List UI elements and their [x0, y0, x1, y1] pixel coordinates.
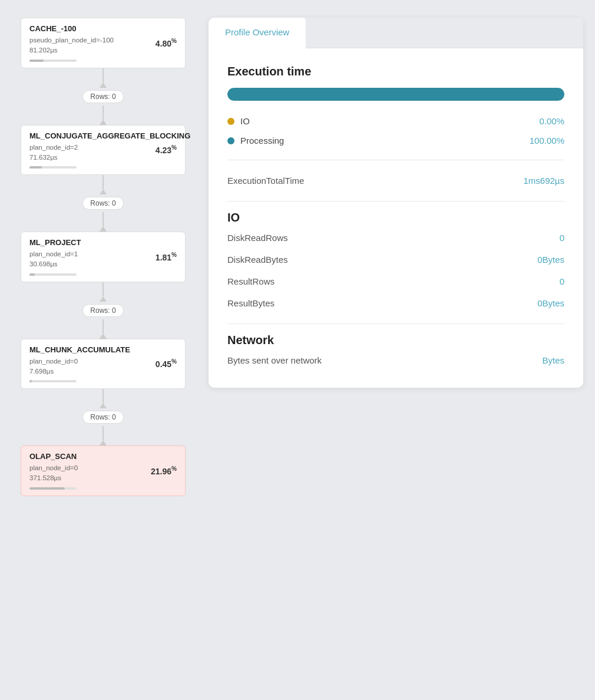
processing-value: 100.00%	[530, 136, 564, 146]
arrow-head	[100, 226, 107, 232]
result-rows-label: ResultRows	[227, 276, 275, 286]
node-olap-scan[interactable]: OLAP_SCAN plan_node_id=0 371.528µs 21.96…	[21, 445, 186, 496]
disk-read-rows-row: DiskReadRows 0	[227, 227, 564, 249]
io-value: 0.00%	[539, 116, 564, 126]
disk-read-rows-label: DiskReadRows	[227, 233, 288, 243]
bytes-sent-value: Bytes	[542, 355, 564, 365]
io-label: IO	[240, 116, 250, 126]
node-cache-bar	[29, 60, 77, 62]
execution-progress-fill	[227, 88, 564, 101]
io-label-group: IO	[227, 116, 250, 126]
disk-read-rows-value: 0	[560, 233, 564, 243]
rows-badge-2: Rows: 0	[82, 197, 123, 210]
arrow-line	[103, 282, 104, 296]
result-rows-value: 0	[560, 276, 564, 286]
node-ml-chunk-bar	[29, 380, 77, 382]
tab-profile-overview[interactable]: Profile Overview	[209, 18, 306, 48]
divider-1	[227, 160, 564, 160]
arrow-line	[103, 212, 104, 226]
arrow-line	[103, 389, 104, 403]
node-ml-conjugate-bar-fill	[29, 166, 42, 169]
disk-read-bytes-row: DiskReadBytes 0Bytes	[227, 249, 564, 270]
node-ml-chunk-meta: plan_node_id=0 7.698µs	[29, 356, 177, 377]
node-ml-project-percent: 1.81%	[156, 252, 177, 262]
node-cache-title: CACHE_-100	[29, 24, 177, 33]
execution-total-row: ExecutionTotalTime 1ms692µs	[227, 170, 564, 191]
disk-read-bytes-value: 0Bytes	[537, 255, 564, 265]
node-olap-scan-bar	[29, 487, 77, 490]
arrow-line	[103, 175, 104, 189]
profile-content: Execution time IO 0.00% Processing 100.0…	[209, 48, 583, 388]
io-section-title: IO	[227, 211, 564, 224]
result-bytes-row: ResultBytes 0Bytes	[227, 292, 564, 314]
rows-badge-4: Rows: 0	[82, 411, 123, 424]
execution-total-label: ExecutionTotalTime	[227, 176, 304, 186]
node-olap-scan-title: OLAP_SCAN	[29, 452, 177, 461]
bytes-sent-label: Bytes sent over network	[227, 355, 322, 365]
rows-badge-3: Rows: 0	[82, 304, 123, 317]
node-cache-percent: 4.80%	[156, 38, 177, 48]
node-ml-conjugate-title: ML_CONJUGATE_AGGREGATE_BLOCKING	[29, 131, 177, 140]
arrow-line	[103, 68, 104, 82]
bytes-sent-row: Bytes sent over network Bytes	[227, 349, 564, 371]
node-ml-project-bar-fill	[29, 273, 35, 276]
result-rows-row: ResultRows 0	[227, 270, 564, 292]
node-olap-scan-bar-fill	[29, 487, 65, 490]
main-container: CACHE_-100 pseudo_plan_node_id=-100 81.2…	[12, 18, 583, 496]
node-ml-chunk-title: ML_CHUNK_ACCUMULATE	[29, 345, 177, 354]
arrow-head	[100, 189, 107, 194]
connector-4: Rows: 0	[82, 389, 123, 445]
io-dot	[227, 118, 234, 125]
node-ml-project-title: ML_PROJECT	[29, 238, 177, 247]
metric-processing: Processing 100.00%	[227, 131, 564, 150]
node-ml-chunk-bar-fill	[29, 380, 32, 382]
node-ml-conjugate[interactable]: ML_CONJUGATE_AGGREGATE_BLOCKING plan_nod…	[21, 125, 186, 176]
arrow-head	[100, 120, 107, 125]
processing-label-group: Processing	[227, 136, 284, 146]
node-ml-chunk-percent: 0.45%	[156, 358, 177, 369]
rows-badge-1: Rows: 0	[82, 90, 123, 103]
arrow-head	[100, 440, 107, 445]
node-olap-scan-percent: 21.96%	[151, 465, 177, 476]
node-cache-bar-fill	[29, 60, 44, 62]
node-ml-project-bar	[29, 273, 77, 276]
execution-time-title: Execution time	[227, 65, 564, 78]
connector-1: Rows: 0	[82, 68, 123, 125]
result-bytes-value: 0Bytes	[537, 298, 564, 308]
arrow-head	[100, 403, 107, 408]
network-section-title: Network	[227, 334, 564, 347]
node-ml-project[interactable]: ML_PROJECT plan_node_id=1 30.698µs 1.81%	[21, 232, 186, 282]
tab-placeholder	[306, 18, 583, 48]
node-cache[interactable]: CACHE_-100 pseudo_plan_node_id=-100 81.2…	[21, 18, 186, 68]
connector-2: Rows: 0	[82, 175, 123, 232]
tabs-row: Profile Overview	[209, 18, 583, 48]
divider-2	[227, 201, 564, 202]
arrow-line	[103, 426, 104, 440]
node-ml-conjugate-percent: 4.23%	[156, 144, 177, 155]
arrow-head	[100, 82, 107, 88]
arrow-head	[100, 334, 107, 339]
arrow-head	[100, 296, 107, 302]
node-cache-meta: pseudo_plan_node_id=-100 81.202µs	[29, 35, 177, 56]
connector-3: Rows: 0	[82, 282, 123, 339]
arrow-line	[103, 319, 104, 334]
metric-io: IO 0.00%	[227, 111, 564, 131]
result-bytes-label: ResultBytes	[227, 298, 275, 308]
execution-total-value: 1ms692µs	[523, 176, 564, 186]
processing-label: Processing	[240, 136, 284, 146]
right-panel: Profile Overview Execution time IO 0.00%…	[209, 18, 583, 388]
node-ml-conjugate-bar	[29, 166, 77, 169]
execution-progress-bar	[227, 88, 564, 101]
node-ml-chunk[interactable]: ML_CHUNK_ACCUMULATE plan_node_id=0 7.698…	[21, 339, 186, 389]
node-ml-conjugate-meta: plan_node_id=2 71.632µs	[29, 143, 177, 163]
divider-3	[227, 323, 564, 324]
node-ml-project-meta: plan_node_id=1 30.698µs	[29, 249, 177, 270]
disk-read-bytes-label: DiskReadBytes	[227, 255, 288, 265]
processing-dot	[227, 137, 234, 144]
left-panel: CACHE_-100 pseudo_plan_node_id=-100 81.2…	[12, 18, 194, 496]
arrow-line	[103, 105, 104, 120]
